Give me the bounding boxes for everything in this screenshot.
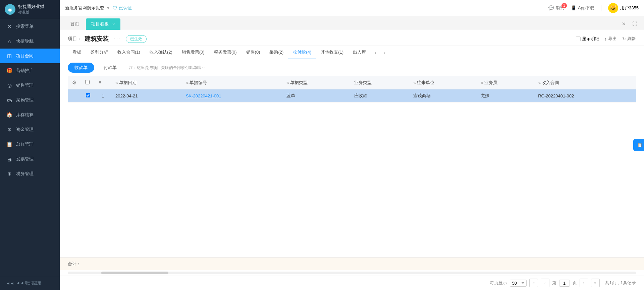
pagination-prev-button[interactable]: ‹ <box>541 279 549 287</box>
sidebar-label-sales: 销售管理 <box>16 82 34 88</box>
subtab-income-contract[interactable]: 收入合同(1) <box>113 46 145 59</box>
account-selector[interactable]: 新服务官网演示账套 ▼ <box>65 5 110 11</box>
sidebar-label-search: 搜索菜单 <box>16 23 34 29</box>
sidebar-logo: ◉ 畅捷通好业财 标准版 <box>0 0 60 19</box>
sidebar-item-project[interactable]: ◫ 项目合同 <box>0 49 60 63</box>
row-number-cell: 1 <box>95 89 111 102</box>
th-type-label: 单据类型 <box>290 80 308 85</box>
data-table: ⚙ # 单据日期 单据编号 单据类型 <box>68 76 636 102</box>
subtab-tax-invoice[interactable]: 税务发票(0) <box>209 46 241 59</box>
export-label: 导出 <box>608 36 617 42</box>
project-name: 建筑安装 <box>85 35 109 43</box>
subtab-purchase[interactable]: 采购(2) <box>265 46 288 59</box>
subtab-profit[interactable]: 盈利分析 <box>86 46 113 59</box>
detail-checkbox[interactable] <box>576 37 581 41</box>
select-all-checkbox[interactable] <box>85 80 90 84</box>
sidebar-item-ledger[interactable]: 📋 总账管理 <box>0 137 60 152</box>
sidebar-label-finance: 资金管理 <box>16 127 34 133</box>
row-type-cell: 蓝单 <box>282 89 350 102</box>
export-button[interactable]: ↑ 导出 <box>605 36 617 42</box>
th-type[interactable]: 单据类型 <box>282 76 350 89</box>
table-row[interactable]: 1 2022-04-21 SK-20220421-001 蓝单 应收款 宏茂商场… <box>68 89 636 102</box>
topbar-left: 新服务官网演示账套 ▼ 🛡 已认证 <box>65 5 132 11</box>
sidebar-item-tax[interactable]: ⊕ 税务管理 <box>0 166 60 181</box>
total-label: 合计： <box>68 261 81 266</box>
topbar: 新服务官网演示账套 ▼ 🛡 已认证 💬 消息 1 📱 App下载 🐱 用户335… <box>60 0 644 16</box>
sidebar-item-invoice[interactable]: 🖨 发票管理 <box>0 152 60 166</box>
certified-label: 已认证 <box>119 5 132 11</box>
sidebar-unpin-button[interactable]: ◄◄ ◄◄ 取消固定 <box>0 276 60 290</box>
message-button[interactable]: 💬 消息 1 <box>548 5 564 11</box>
row-check-cell[interactable] <box>81 89 95 102</box>
app-download-button[interactable]: 📱 App下载 <box>571 5 594 11</box>
per-page-select[interactable]: 50 20 100 <box>510 280 527 287</box>
project-more-button[interactable]: ··· <box>114 36 120 42</box>
th-partner[interactable]: 往来单位 <box>409 76 477 89</box>
row-code-cell[interactable]: SK-20220421-001 <box>182 89 282 102</box>
sidebar-item-marketing[interactable]: 🎁 营销推广 <box>0 63 60 78</box>
edition-label: 标准版 <box>18 10 44 15</box>
pagination-first-button[interactable]: « <box>529 279 538 287</box>
sub2tab-receipt[interactable]: 收款单 <box>68 63 94 73</box>
tab-close-icon[interactable]: ✕ <box>112 22 115 26</box>
right-float-button[interactable]: 📋 <box>633 139 644 151</box>
brand-name: 畅捷通好业财 <box>18 4 44 10</box>
show-detail-checkbox[interactable]: 显示明细 <box>576 36 599 42</box>
refresh-icon: ↻ <box>622 37 626 42</box>
tax-icon: ⊕ <box>6 170 13 177</box>
subtabs-next-arrow[interactable]: › <box>380 48 389 57</box>
pagination-last-button[interactable]: » <box>591 279 600 287</box>
sidebar-item-quicknav[interactable]: ⌂ 快捷导航 <box>0 34 60 49</box>
certified-badge: 🛡 已认证 <box>113 5 132 11</box>
tabbar-controls: ✕ ⛶ <box>620 20 639 30</box>
th-income-contract[interactable]: 收入合同 <box>534 76 636 89</box>
row-date-cell: 2022-04-21 <box>111 89 182 102</box>
sidebar-label-purchase: 采购管理 <box>16 97 34 103</box>
sidebar: ◉ 畅捷通好业财 标准版 ⊙ 搜索菜单 ⌂ 快捷导航 ◫ 项目合同 🎁 营销推广… <box>0 0 60 290</box>
project-status-badge: 已生效 <box>126 35 147 43</box>
th-staff[interactable]: 业务员 <box>477 76 534 89</box>
row-code-link[interactable]: SK-20220421-001 <box>186 93 221 98</box>
row-gear-cell <box>68 89 81 102</box>
purchase-icon: 🛍 <box>6 97 13 103</box>
th-code[interactable]: 单据编号 <box>182 76 282 89</box>
subtab-sales-label: 销售(0) <box>246 50 260 55</box>
sidebar-item-sales[interactable]: ◎ 销售管理 <box>0 78 60 93</box>
scroll-area <box>60 270 644 276</box>
topbar-right: 💬 消息 1 📱 App下载 🐱 用户3355 <box>548 3 639 13</box>
subtab-other-expense[interactable]: 其他收支(1) <box>316 46 348 59</box>
tab-project-board[interactable]: 项目看板 ✕ <box>86 18 120 30</box>
refresh-button[interactable]: ↻ 刷新 <box>622 36 636 42</box>
subtab-sales-invoice[interactable]: 销售发票(0) <box>177 46 209 59</box>
row-checkbox[interactable] <box>86 93 90 97</box>
sidebar-item-finance[interactable]: ⊛ 资金管理 <box>0 122 60 137</box>
window-maximize-button[interactable]: ⛶ <box>631 20 639 28</box>
per-page-label: 每页显示 <box>490 280 507 286</box>
horizontal-scrollbar[interactable] <box>68 272 636 274</box>
sidebar-item-search[interactable]: ⊙ 搜索菜单 <box>0 19 60 34</box>
th-biz-type: 业务类型 <box>350 76 409 89</box>
tab-home[interactable]: 首页 <box>65 18 85 30</box>
subtab-kanban[interactable]: 看板 <box>68 46 86 59</box>
scrollbar-thumb[interactable] <box>101 272 168 274</box>
user-menu[interactable]: 🐱 用户3355 <box>608 3 639 13</box>
logo-text: 畅捷通好业财 标准版 <box>18 4 44 15</box>
subtab-inout-label: 出入库 <box>353 50 366 55</box>
th-gear[interactable]: ⚙ <box>68 76 81 89</box>
total-row: 合计： <box>60 257 644 270</box>
user-name: 用户3355 <box>620 5 639 11</box>
pagination-next-button[interactable]: › <box>580 279 588 287</box>
subtabs-prev-arrow[interactable]: ‹ <box>371 48 380 57</box>
subtab-inout[interactable]: 出入库 <box>348 46 371 59</box>
page-input[interactable] <box>559 280 570 287</box>
sidebar-item-purchase[interactable]: 🛍 采购管理 <box>0 93 60 107</box>
window-close-button[interactable]: ✕ <box>620 20 628 28</box>
sidebar-item-inventory[interactable]: 🏠 库存核算 <box>0 107 60 122</box>
sub2tab-payment[interactable]: 付款单 <box>97 63 123 73</box>
subtab-payment[interactable]: 收付款(4) <box>288 46 316 59</box>
sub2tab-receipt-label: 收款单 <box>74 65 88 70</box>
subtab-sales[interactable]: 销售(0) <box>241 46 265 59</box>
subtab-income-confirm[interactable]: 收入确认(2) <box>145 46 177 59</box>
th-date[interactable]: 单据日期 <box>111 76 182 89</box>
subtab-sales-invoice-label: 销售发票(0) <box>182 50 205 55</box>
